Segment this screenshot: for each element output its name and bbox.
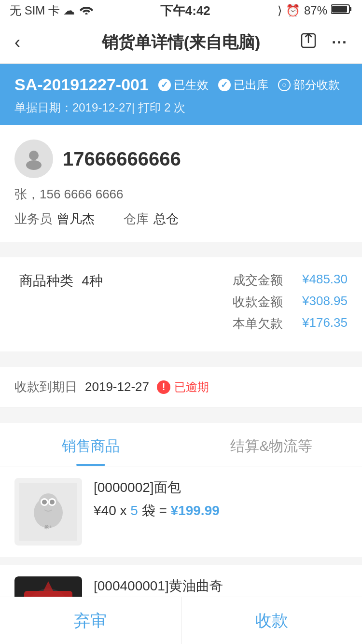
- order-print-info: | 打印 2 次: [132, 101, 186, 114]
- order-date: 单据日期：2019-12-27| 打印 2 次: [14, 100, 348, 115]
- debt-amount-row: 本单欠款 ¥176.35: [233, 315, 348, 332]
- customer-name: 张，156 6666 6666: [14, 186, 348, 203]
- product-thumb-1: 象+: [14, 478, 82, 546]
- confirm-button[interactable]: 收款: [181, 597, 362, 644]
- battery-label: 87%: [304, 4, 327, 17]
- tabs: 销售商品 结算&物流等: [0, 423, 362, 466]
- product-qty-1: 5: [130, 503, 138, 518]
- status-shipped-label: 已出库: [234, 77, 268, 93]
- status-right: ⟩ ⏰ 87%: [278, 4, 352, 17]
- tab-sales-products[interactable]: 销售商品: [0, 423, 181, 466]
- deal-amount-row: 成交金额 ¥485.30: [233, 272, 348, 289]
- no-sim-label: 无 SIM 卡 ☁: [10, 3, 75, 18]
- due-date-value: 2019-12-27: [85, 379, 149, 394]
- debt-value: ¥176.35: [302, 315, 348, 332]
- status-partial-label: 部分收款: [293, 77, 340, 93]
- product-total-1: ¥199.99: [171, 503, 220, 518]
- warehouse-label: 仓库: [124, 210, 149, 227]
- overdue-label: 已逾期: [174, 379, 209, 395]
- sales-info: 业务员 曾凡杰: [14, 210, 95, 227]
- location-icon: ⟩: [278, 4, 282, 17]
- deal-amount-value: ¥485.30: [302, 272, 348, 289]
- svg-point-12: [42, 500, 47, 504]
- svg-point-6: [26, 160, 42, 170]
- order-date-value: 2019-12-27: [72, 101, 132, 114]
- order-header: SA-20191227-001 ✓ 已生效 ✓ 已出库 ○ 部分收款 单据日期：…: [0, 64, 362, 125]
- product-type-value: 4种: [82, 273, 103, 288]
- status-effective: ✓ 已生效: [158, 77, 209, 93]
- nav-actions: ···: [300, 32, 348, 53]
- product-info-1: [0000002]面包 ¥40 x 5 袋 = ¥199.99: [94, 478, 348, 520]
- nav-bar: ‹ 销货单详情(来自电脑) ···: [0, 21, 362, 64]
- svg-point-13: [50, 500, 55, 504]
- warehouse-info: 仓库 总仓: [124, 210, 179, 227]
- amounts: 成交金额 ¥485.30 收款金额 ¥308.95 本单欠款 ¥176.35: [233, 272, 348, 337]
- received-amount-row: 收款金额 ¥308.95: [233, 294, 348, 310]
- svg-rect-2: [349, 7, 351, 11]
- battery-icon: [331, 4, 352, 17]
- customer-section: 17666666666 张，156 6666 6666 业务员 曾凡杰 仓库 总…: [0, 125, 362, 242]
- customer-phone: 17666666666: [63, 148, 181, 170]
- cancel-button[interactable]: 弃审: [0, 597, 181, 644]
- status-left: 无 SIM 卡 ☁: [10, 3, 93, 18]
- received-label: 收款金额: [233, 294, 283, 310]
- wifi-icon: [80, 4, 93, 17]
- product-item: 象+ [0000002]面包 ¥40 x 5 袋 = ¥199.99: [0, 466, 362, 557]
- svg-rect-3: [332, 6, 347, 13]
- received-value: ¥308.95: [302, 294, 348, 310]
- bottom-bar: 弃审 收款: [0, 597, 362, 644]
- tab-settlement[interactable]: 结算&物流等: [181, 423, 362, 466]
- product-price-row-1: ¥40 x 5 袋 = ¥199.99: [94, 502, 348, 520]
- product-code-name-1: [0000002]面包: [94, 478, 348, 497]
- svg-text:象+: 象+: [44, 524, 52, 530]
- status-time: 下午4:42: [160, 2, 210, 19]
- clock-icon: ○: [278, 79, 291, 91]
- due-section: 收款到期日 2019-12-27 ! 已逾期: [0, 367, 362, 407]
- overdue-icon: !: [157, 380, 170, 394]
- deal-amount-label: 成交金额: [233, 272, 283, 289]
- product-type-label: 商品种类: [19, 273, 73, 288]
- share-icon[interactable]: [300, 32, 317, 53]
- product-unit-1: 袋: [142, 503, 155, 518]
- product-types: 商品种类 4种: [14, 272, 103, 290]
- status-bar: 无 SIM 卡 ☁ 下午4:42 ⟩ ⏰ 87%: [0, 0, 362, 21]
- svg-point-5: [29, 151, 39, 160]
- more-icon[interactable]: ···: [332, 33, 348, 51]
- back-button[interactable]: ‹: [14, 32, 43, 53]
- sales-label: 业务员: [14, 210, 52, 227]
- check-icon-1: ✓: [158, 79, 171, 91]
- debt-label: 本单欠款: [233, 315, 283, 332]
- check-icon-2: ✓: [218, 79, 231, 91]
- divider-1: [0, 250, 362, 257]
- overdue-badge: ! 已逾期: [157, 379, 209, 395]
- status-effective-label: 已生效: [174, 77, 209, 93]
- avatar: [14, 140, 53, 178]
- svg-point-0: [85, 13, 87, 15]
- order-id: SA-20191227-001: [14, 75, 149, 94]
- warehouse-name: 总仓: [153, 210, 179, 227]
- tab-sales-products-label: 销售商品: [62, 438, 120, 454]
- divider-2: [0, 359, 362, 367]
- due-date-label: 收款到期日: [14, 378, 77, 395]
- tab-settlement-label: 结算&物流等: [230, 438, 312, 454]
- product-code-name-2: [000400001]黄油曲奇: [94, 576, 348, 595]
- alarm-icon: ⏰: [286, 4, 300, 17]
- divider-3: [0, 415, 362, 423]
- page-title: 销货单详情(来自电脑): [102, 31, 261, 54]
- order-date-label: 单据日期：: [14, 101, 72, 114]
- financial-section: 商品种类 4种 成交金额 ¥485.30 收款金额 ¥308.95 本单欠款 ¥…: [0, 257, 362, 351]
- customer-meta: 业务员 曾凡杰 仓库 总仓: [14, 210, 348, 227]
- status-shipped: ✓ 已出库: [218, 77, 268, 93]
- product-price-1: ¥40: [94, 503, 116, 518]
- sales-name: 曾凡杰: [57, 210, 95, 227]
- status-partial: ○ 部分收款: [278, 77, 340, 93]
